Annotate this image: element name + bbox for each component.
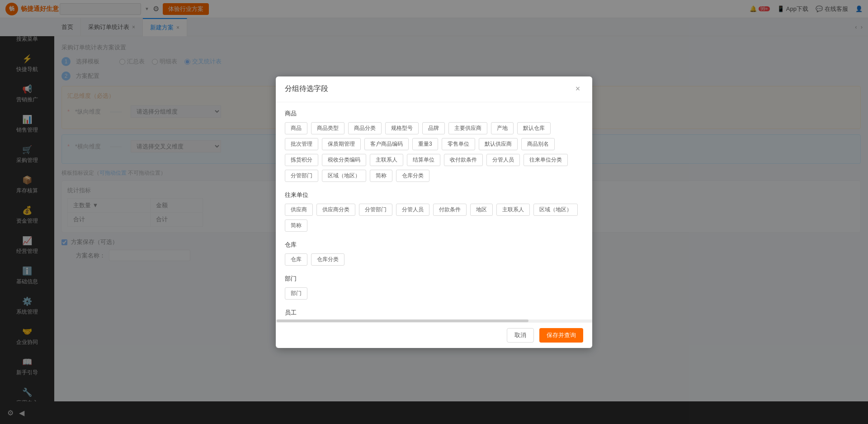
field-tag-warehouse-category[interactable]: 仓库分类 (396, 170, 429, 182)
field-tag-partner-dept[interactable]: 分管部门 (359, 204, 392, 216)
field-tag-payment-terms[interactable]: 收付款条件 (444, 154, 483, 166)
modal-overlay: 分组待选字段 × 商品 商品 商品类型 商品分类 规格型号 品牌 主要供应商 产… (0, 0, 868, 424)
modal-footer: 取消 保存并查询 (276, 322, 592, 348)
field-select-modal: 分组待选字段 × 商品 商品 商品类型 商品分类 规格型号 品牌 主要供应商 产… (276, 76, 592, 348)
section-partner-title: 往来单位 (285, 191, 583, 199)
product-field-tags: 商品 商品类型 商品分类 规格型号 品牌 主要供应商 产地 默认仓库 批次管理 … (285, 122, 583, 182)
field-tag-product-type[interactable]: 商品类型 (311, 122, 344, 134)
field-tag-warehouse[interactable]: 仓库 (285, 253, 307, 266)
field-tag-default-warehouse[interactable]: 默认仓库 (517, 122, 551, 134)
field-tag-batch-mgmt[interactable]: 批次管理 (285, 138, 318, 150)
field-tag-supplier[interactable]: 供应商 (285, 204, 313, 216)
field-tag-retail-unit[interactable]: 零售单位 (442, 138, 475, 150)
modal-close-button[interactable]: × (572, 84, 583, 95)
field-tag-main-supplier[interactable]: 主要供应商 (448, 122, 487, 134)
field-tag-partner-manager[interactable]: 分管人员 (396, 204, 429, 216)
field-tag-main-contact[interactable]: 主联系人 (370, 154, 403, 166)
section-department: 部门 部门 (285, 275, 583, 300)
field-tag-alias[interactable]: 商品别名 (521, 138, 555, 150)
field-tag-area[interactable]: 地区 (470, 204, 493, 216)
section-product: 商品 商品 商品类型 商品分类 规格型号 品牌 主要供应商 产地 默认仓库 批次… (285, 110, 583, 182)
field-tag-weight[interactable]: 重量3 (412, 138, 438, 150)
section-employee: 员工 业务员 (285, 309, 583, 319)
field-tag-manager[interactable]: 分管人员 (486, 154, 520, 166)
field-tag-spec-model[interactable]: 规格型号 (385, 122, 419, 134)
field-tag-product[interactable]: 商品 (285, 122, 307, 134)
field-tag-brand[interactable]: 品牌 (422, 122, 445, 134)
field-tag-warehouse-cat[interactable]: 仓库分类 (311, 253, 344, 266)
warehouse-field-tags: 仓库 仓库分类 (285, 253, 583, 266)
section-warehouse: 仓库 仓库 仓库分类 (285, 241, 583, 266)
partner-field-tags: 供应商 供应商分类 分管部门 分管人员 付款条件 地区 主联系人 区域（地区） … (285, 204, 583, 232)
field-tag-expiry-mgmt[interactable]: 保质期管理 (322, 138, 361, 150)
field-tag-tax-code[interactable]: 税收分类编码 (322, 154, 366, 166)
section-product-title: 商品 (285, 110, 583, 118)
modal-title: 分组待选字段 (285, 84, 328, 94)
modal-header: 分组待选字段 × (276, 76, 592, 102)
section-department-title: 部门 (285, 275, 583, 283)
field-tag-region[interactable]: 区域（地区） (322, 170, 366, 182)
field-tag-payment-condition[interactable]: 付款条件 (433, 204, 467, 216)
field-tag-origin[interactable]: 产地 (491, 122, 514, 134)
field-tag-abbr[interactable]: 简称 (370, 170, 392, 182)
confirm-button[interactable]: 保存并查询 (539, 328, 583, 343)
field-tag-partner-category[interactable]: 往来单位分类 (524, 154, 568, 166)
section-partner: 往来单位 供应商 供应商分类 分管部门 分管人员 付款条件 地区 主联系人 区域… (285, 191, 583, 232)
field-tag-settlement-unit[interactable]: 结算单位 (407, 154, 440, 166)
field-tag-dept[interactable]: 分管部门 (285, 170, 318, 182)
department-field-tags: 部门 (285, 287, 583, 300)
field-tag-partner-abbr[interactable]: 简称 (285, 219, 307, 232)
field-tag-product-category[interactable]: 商品分类 (348, 122, 382, 134)
field-tag-partner-region[interactable]: 区域（地区） (533, 204, 578, 216)
field-tag-department[interactable]: 部门 (285, 287, 307, 300)
modal-body: 商品 商品 商品类型 商品分类 规格型号 品牌 主要供应商 产地 默认仓库 批次… (276, 102, 592, 319)
field-tag-customer-code[interactable]: 客户商品编码 (364, 138, 409, 150)
field-tag-pick-points[interactable]: 拣货积分 (285, 154, 318, 166)
field-tag-default-supplier[interactable]: 默认供应商 (479, 138, 518, 150)
field-tag-supplier-category[interactable]: 供应商分类 (316, 204, 355, 216)
section-employee-title: 员工 (285, 309, 583, 317)
section-warehouse-title: 仓库 (285, 241, 583, 249)
field-tag-partner-contact[interactable]: 主联系人 (496, 204, 530, 216)
cancel-button[interactable]: 取消 (507, 328, 534, 343)
